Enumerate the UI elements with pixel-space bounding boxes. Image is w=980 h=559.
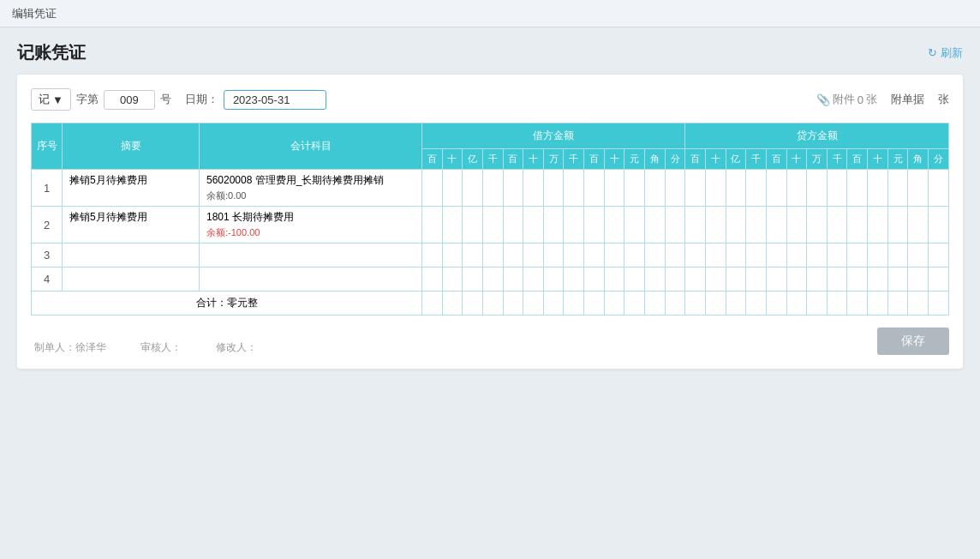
type-value: 记: [39, 92, 50, 107]
th-account: 会计科目: [200, 123, 422, 170]
th-credit: 贷方金额: [685, 123, 949, 149]
date-label: 日期：: [185, 92, 218, 107]
row1-account-name: 管理费用_长期待摊费用摊销: [255, 174, 385, 186]
paperclip-icon: 📎: [816, 93, 830, 106]
total-row: 合计：零元整: [32, 292, 949, 316]
row1-d1[interactable]: [422, 170, 443, 207]
th-d11: 元: [624, 149, 645, 170]
refresh-label: 刷新: [941, 45, 963, 61]
total-label: 合计：零元整: [32, 292, 422, 316]
th-d3: 亿: [463, 149, 483, 170]
zhang-label: 张: [938, 92, 949, 107]
row3-seq: 3: [32, 243, 63, 267]
zi-label: 字第: [76, 92, 99, 107]
th-c7: 万: [807, 149, 828, 170]
row4-summary[interactable]: [63, 267, 200, 292]
th-d9: 百: [584, 149, 605, 170]
save-button[interactable]: 保存: [877, 328, 949, 355]
title-bar-label: 编辑凭证: [12, 6, 57, 21]
table-row: 1 摊销5月待摊费用 56020008 管理费用_长期待摊费用摊销 余额:0.0…: [32, 170, 949, 207]
th-c5: 百: [766, 149, 786, 170]
modifier-label: 修改人：: [216, 340, 257, 355]
th-d5: 百: [503, 149, 523, 170]
th-d6: 十: [523, 149, 544, 170]
attach-zhang: 张: [866, 92, 877, 107]
row2-summary[interactable]: 摊销5月待摊费用: [63, 207, 200, 243]
row3-account[interactable]: [200, 243, 422, 267]
form-row: 记 ▼ 字第 号 日期： 📎 附件 0 张 附单据 张: [31, 88, 949, 111]
th-d7: 万: [543, 149, 564, 170]
row4-account[interactable]: [200, 267, 422, 292]
row1-balance: 余额:0.00: [206, 189, 415, 202]
voucher-table: 序号 摘要 会计科目 借方金额 贷方金额 百: [31, 123, 949, 316]
voucher-card: 记 ▼ 字第 号 日期： 📎 附件 0 张 附单据 张: [17, 75, 963, 369]
th-debit: 借方金额: [422, 123, 685, 149]
th-d13: 分: [665, 149, 685, 170]
refresh-icon: ↻: [928, 46, 937, 59]
reviewer-label: 审核人：: [140, 340, 182, 355]
row1-seq: 1: [32, 170, 63, 207]
th-d4: 千: [482, 149, 503, 170]
row2-seq: 2: [32, 207, 63, 243]
page-header: 记账凭证 ↻ 刷新: [17, 41, 963, 64]
th-d1: 百: [422, 149, 443, 170]
th-summary: 摘要: [63, 123, 200, 170]
row1-account[interactable]: 56020008 管理费用_长期待摊费用摊销 余额:0.00: [200, 170, 422, 207]
th-c9: 百: [847, 149, 868, 170]
attach-link[interactable]: 📎 附件 0 张: [816, 92, 877, 107]
row1-account-code: 56020008: [206, 174, 252, 186]
attach-count: 0: [858, 93, 863, 106]
table-row: 4: [32, 267, 949, 292]
th-d2: 十: [442, 149, 463, 170]
attachment-area: 📎 附件 0 张 附单据 张: [816, 92, 949, 107]
row2-account-code: 1801: [206, 211, 230, 223]
attach-label: 附件: [833, 92, 855, 107]
row2-balance: 余额:-100.00: [206, 226, 415, 239]
maker-label: 制单人：徐泽华: [34, 340, 106, 355]
date-input[interactable]: [224, 90, 326, 110]
th-d10: 十: [604, 149, 624, 170]
th-c12: 角: [908, 149, 929, 170]
th-c10: 十: [868, 149, 888, 170]
th-d8: 千: [564, 149, 584, 170]
row2-account-name: 长期待摊费用: [232, 211, 294, 223]
type-dropdown[interactable]: 记 ▼: [31, 88, 71, 111]
th-c6: 十: [786, 149, 807, 170]
type-dropdown-arrow: ▼: [52, 93, 63, 106]
zi-input[interactable]: [104, 90, 155, 110]
th-c13: 分: [929, 149, 949, 170]
refresh-button[interactable]: ↻ 刷新: [928, 45, 963, 61]
hao-label: 号: [160, 92, 171, 107]
row4-seq: 4: [32, 267, 63, 292]
table-row: 2 摊销5月待摊费用 1801 长期待摊费用 余额:-100.00: [32, 207, 949, 243]
page-title: 记账凭证: [17, 41, 86, 64]
title-bar: 编辑凭证: [0, 0, 980, 27]
th-c4: 千: [746, 149, 767, 170]
th-c8: 千: [827, 149, 847, 170]
footer-info: 制单人：徐泽华 审核人： 修改人：: [31, 332, 260, 355]
row2-account[interactable]: 1801 长期待摊费用 余额:-100.00: [200, 207, 422, 243]
th-d12: 角: [645, 149, 666, 170]
main-area: 记账凭证 ↻ 刷新 记 ▼ 字第 号 日期： 📎: [0, 27, 980, 559]
save-btn-wrap: 保存: [877, 321, 949, 355]
single-doc-label[interactable]: 附单据: [891, 92, 924, 107]
date-field: 日期：: [185, 90, 326, 110]
row3-summary[interactable]: [63, 243, 200, 267]
th-c3: 亿: [726, 149, 746, 170]
type-field: 记 ▼ 字第 号: [31, 88, 171, 111]
footer-area: 制单人：徐泽华 审核人： 修改人： 保存: [31, 321, 949, 355]
row1-summary[interactable]: 摊销5月待摊费用: [63, 170, 200, 207]
th-c11: 元: [887, 149, 908, 170]
th-seq: 序号: [32, 123, 63, 170]
th-c1: 百: [685, 149, 706, 170]
table-row: 3: [32, 243, 949, 267]
th-c2: 十: [705, 149, 726, 170]
